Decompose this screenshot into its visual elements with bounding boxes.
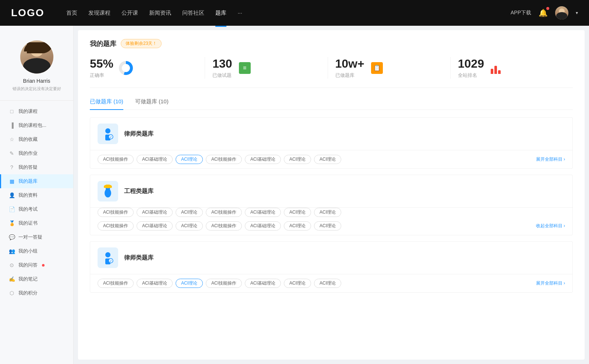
eng-tag-2[interactable]: ACI基础理论 — [137, 208, 173, 217]
eng-tag-4[interactable]: ACI技能操作 — [206, 208, 242, 217]
nav-qa[interactable]: 问答社区 — [182, 8, 204, 18]
tag-aci-basic-theory-1[interactable]: ACI基础理论 — [137, 155, 173, 164]
note-stat-icon — [370, 61, 384, 75]
eng-tag-1[interactable]: ACI技能操作 — [98, 208, 134, 217]
collapse-engineer[interactable]: 收起全部科目 › — [536, 223, 565, 229]
eng-tag-11[interactable]: ACI技能操作 — [206, 221, 242, 231]
sidebar-item-coursepack[interactable]: ▐ 我的课程包... — [0, 118, 73, 132]
eng-tag-8[interactable]: ACI技能操作 — [98, 221, 134, 231]
lawyer2-tag-4[interactable]: ACI技能操作 — [206, 279, 242, 288]
tag-aci-tech-ops-2[interactable]: ACI技能操作 — [206, 155, 242, 164]
chart-rank-icon — [489, 61, 504, 75]
qbank-tags-lawyer-2: ACI技能操作 ACI基础理论 ACI理论 ACI技能操作 ACI基础理论 AC… — [90, 274, 572, 292]
sidebar-item-mycourse[interactable]: □ 我的课程 — [0, 104, 73, 118]
sidebar-item-askteacher[interactable]: ? 我的答疑 — [0, 160, 73, 174]
nav-discover[interactable]: 发现课程 — [88, 8, 110, 18]
lawyer2-tag-6[interactable]: ACI理论 — [284, 279, 311, 288]
qbank-tags-lawyer-1: ACI技能操作 ACI基础理论 ACI理论 ACI技能操作 ACI基础理论 AC… — [90, 150, 572, 168]
eng-tag-12[interactable]: ACI基础理论 — [245, 221, 281, 231]
eng-tag-7[interactable]: ACI理论 — [314, 208, 341, 217]
sidebar-item-materials[interactable]: 👤 我的资料 — [0, 188, 73, 202]
sidebar-label-points: 我的积分 — [18, 290, 38, 296]
user-menu-chevron[interactable]: ▾ — [576, 10, 578, 15]
svg-text:✓: ✓ — [109, 135, 112, 139]
sidebar-label-notes: 我的笔记 — [18, 276, 38, 282]
qbank-tabs: 已做题库 (10) 可做题库 (10) — [90, 98, 573, 110]
note-icon: ✍ — [9, 276, 15, 282]
stat-accuracy-label: 正确率 — [90, 72, 113, 79]
sidebar-item-qbank[interactable]: ▦ 我的题库 — [0, 174, 73, 188]
lawyer2-tag-1[interactable]: ACI技能操作 — [98, 279, 134, 288]
topnav-right: APP下载 🔔 ▾ — [511, 6, 578, 19]
app-download[interactable]: APP下载 — [511, 10, 531, 16]
user-avatar-top[interactable] — [555, 6, 568, 19]
donut-chart — [119, 61, 133, 75]
file-icon: □ — [9, 108, 15, 114]
sidebar-label-coursepack: 我的课程包... — [18, 122, 46, 129]
lawyer2-tag-active[interactable]: ACI理论 — [176, 279, 203, 288]
stat-accuracy-value: 55% — [90, 57, 113, 71]
question-icon: ? — [9, 164, 15, 170]
svg-text:✓: ✓ — [109, 259, 112, 263]
tab-available-banks[interactable]: 可做题库 (10) — [135, 98, 169, 110]
sidebar-item-points[interactable]: ⬡ 我的积分 — [0, 286, 73, 300]
sidebar-item-exam[interactable]: 📄 我的考试 — [0, 202, 73, 216]
eng-tag-5[interactable]: ACI基础理论 — [245, 208, 281, 217]
points-icon: ⬡ — [9, 290, 15, 296]
tag-aci-tech-ops-1[interactable]: ACI技能操作 — [98, 155, 134, 164]
eng-tag-6[interactable]: ACI理论 — [284, 208, 311, 217]
lawyer2-tag-7[interactable]: ACI理论 — [314, 279, 341, 288]
nav-home[interactable]: 首页 — [66, 8, 77, 18]
expand-lawyer-1[interactable]: 展开全部科目 › — [536, 156, 565, 163]
stat-banks-value: 10w+ — [335, 57, 364, 71]
nav-more[interactable]: ··· — [237, 8, 242, 18]
tag-aci-theory-active-1[interactable]: ACI理论 — [176, 155, 203, 164]
notification-bell[interactable]: 🔔 — [539, 8, 548, 17]
engineer-svg — [100, 183, 115, 199]
eng-tag-9[interactable]: ACI基础理论 — [137, 221, 173, 231]
nav-qbank[interactable]: 题库 — [215, 8, 226, 18]
bar1 — [491, 69, 493, 74]
stats-row: 55% 正确率 130 已做试题 10w+ 已做题库 — [90, 57, 573, 88]
lawyer-svg-2: ✓ — [100, 250, 115, 265]
lawyer-icon-1: ✓ — [98, 124, 118, 144]
stat-accuracy: 55% 正确率 — [90, 57, 205, 79]
engineer-icon-container — [98, 181, 118, 201]
eng-tag-3[interactable]: ACI理论 — [176, 208, 203, 217]
tag-aci-theory-3[interactable]: ACI理论 — [314, 155, 341, 164]
sidebar-item-homework[interactable]: ✎ 我的作业 — [0, 146, 73, 160]
eng-tag-14[interactable]: ACI理论 — [314, 221, 341, 231]
star-icon: ☆ — [9, 136, 15, 142]
tag-aci-basic-theory-2[interactable]: ACI基础理论 — [245, 155, 281, 164]
stat-done-banks: 10w+ 已做题库 — [328, 57, 451, 79]
one-one-icon: 💬 — [9, 234, 15, 240]
book-icon — [237, 61, 252, 75]
qbank-name-lawyer-1: 律师类题库 — [124, 130, 154, 138]
eng-tag-10[interactable]: ACI理论 — [176, 221, 203, 231]
qbank-name-lawyer-2: 律师类题库 — [124, 254, 154, 262]
profile-name: Brian Harris — [23, 78, 50, 84]
sidebar-item-notes[interactable]: ✍ 我的笔记 — [0, 272, 73, 286]
sidebar-item-oneone[interactable]: 💬 一对一答疑 — [0, 230, 73, 244]
qa-icon: ⊙ — [9, 262, 15, 268]
lawyer2-tag-5[interactable]: ACI基础理论 — [245, 279, 281, 288]
tab-done-banks[interactable]: 已做题库 (10) — [90, 98, 123, 110]
nav-news[interactable]: 新闻资讯 — [149, 8, 171, 18]
sidebar-item-myqa[interactable]: ⊙ 我的问答 — [0, 258, 73, 272]
qbank-section-lawyer-2: ✓ 律师类题库 ACI技能操作 ACI基础理论 ACI理论 ACI技能操作 AC… — [90, 241, 573, 293]
note-stat-icon-inner — [371, 62, 383, 74]
sidebar-item-cert[interactable]: 🏅 我的证书 — [0, 216, 73, 230]
tag-aci-theory-2[interactable]: ACI理论 — [284, 155, 311, 164]
lawyer2-tag-2[interactable]: ACI基础理论 — [137, 279, 173, 288]
nav-open-course[interactable]: 公开课 — [121, 8, 138, 18]
trial-badge: 体验剩余23天！ — [121, 39, 162, 48]
page-layout: Brian Harris 错误的决定比没有决定要好 □ 我的课程 ▐ 我的课程包… — [0, 26, 589, 364]
svg-point-9 — [105, 252, 110, 257]
sidebar-item-group[interactable]: 👥 我的小组 — [0, 244, 73, 258]
sidebar-item-favorites[interactable]: ☆ 我的收藏 — [0, 132, 73, 146]
expand-lawyer-2[interactable]: 展开全部科目 › — [536, 280, 565, 286]
sidebar-nav: □ 我的课程 ▐ 我的课程包... ☆ 我的收藏 ✎ 我的作业 ? 我的答疑 ▦… — [0, 101, 73, 304]
qa-badge — [42, 264, 45, 267]
notification-badge — [546, 7, 549, 10]
eng-tag-13[interactable]: ACI理论 — [284, 221, 311, 231]
